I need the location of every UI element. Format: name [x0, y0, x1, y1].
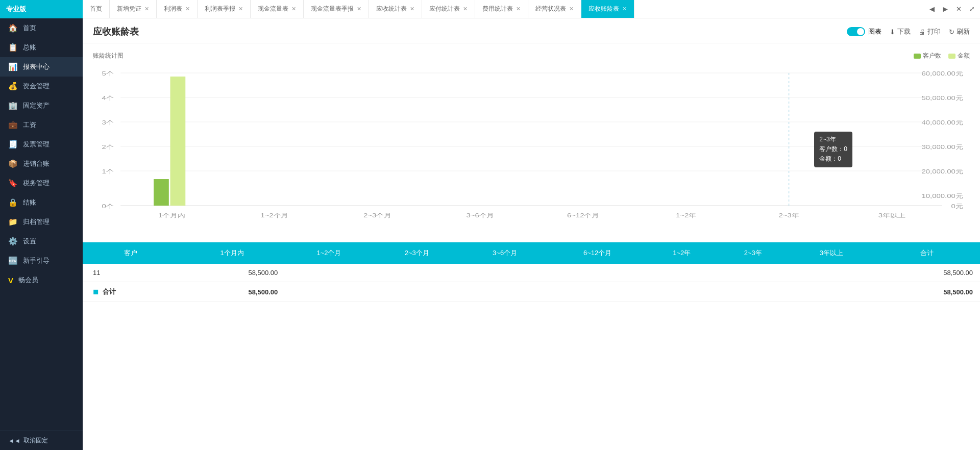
collapse-icon: ◄◄	[8, 437, 20, 444]
refresh-button[interactable]: ↻ 刷新	[949, 27, 970, 36]
chart-toggle[interactable]	[847, 27, 865, 36]
funds-icon: 💰	[8, 82, 18, 91]
tab-close-icon[interactable]: ✕	[569, 6, 574, 12]
tab-close-icon[interactable]: ✕	[410, 6, 414, 12]
sidebar-item-label: 进销台账	[23, 159, 50, 168]
sidebar-item-assets[interactable]: 🏢 固定资产	[0, 96, 83, 115]
legend-lightgreen-color	[948, 54, 955, 59]
sidebar-item-reports[interactable]: 📊 报表中心	[0, 57, 83, 77]
bar-month1-amount	[170, 77, 186, 206]
table-total-row: ◼ 合计 58,500.00 58,500.00	[83, 282, 980, 302]
collapse-label: 取消固定	[23, 436, 48, 445]
chart-toggle-wrap: 图表	[847, 27, 881, 36]
td-year12	[646, 264, 717, 282]
svg-text:1~2年: 1~2年	[676, 212, 696, 219]
th-month1: 1个月内	[179, 242, 285, 264]
tab-profit-quarterly[interactable]: 利润表季报 ✕	[198, 0, 251, 18]
tab-label: 利润表	[164, 5, 182, 13]
tab-receivable-stats[interactable]: 应收统计表 ✕	[369, 0, 422, 18]
tab-cashflow-quarterly[interactable]: 现金流量表季报 ✕	[304, 0, 369, 18]
td-year23	[717, 264, 788, 282]
guide-icon: 🆕	[8, 256, 18, 265]
chart-area: 账龄统计图 客户数 金额 5个 4个 3个 2个 1个	[83, 43, 980, 242]
tab-nav-buttons: ◀ ▶ ✕ ⤢	[924, 3, 980, 15]
tab-prev-button[interactable]: ◀	[926, 3, 938, 15]
sidebar-item-closing[interactable]: 🔒 结账	[0, 193, 83, 212]
sidebar-item-guide[interactable]: 🆕 新手引导	[0, 251, 83, 270]
sidebar-item-invoice[interactable]: 🧾 发票管理	[0, 135, 83, 154]
td-month23	[373, 264, 461, 282]
tab-close-icon[interactable]: ✕	[185, 6, 190, 12]
tab-close-icon[interactable]: ✕	[622, 6, 627, 12]
tab-close-icon[interactable]: ✕	[291, 6, 296, 12]
download-label: 下载	[897, 27, 911, 36]
tab-bar: 首页 新增凭证 ✕ 利润表 ✕ 利润表季报 ✕ 现金流量表 ✕ 现金流量表季报 …	[83, 0, 980, 18]
tab-close-icon[interactable]: ✕	[238, 6, 243, 12]
closing-icon: 🔒	[8, 198, 18, 207]
th-month12: 1~2个月	[285, 242, 373, 264]
sidebar-item-label: 畅会员	[18, 276, 38, 285]
th-month36: 3~6个月	[461, 242, 549, 264]
svg-text:2个: 2个	[102, 144, 114, 151]
tab-label: 费用统计表	[482, 5, 513, 13]
svg-text:2~3年: 2~3年	[779, 212, 799, 219]
sidebar-item-funds[interactable]: 💰 资金管理	[0, 77, 83, 96]
svg-text:3年以上: 3年以上	[878, 212, 905, 219]
tab-close-all-button[interactable]: ✕	[952, 3, 965, 15]
tab-close-icon[interactable]: ✕	[357, 6, 361, 12]
td-month1: 58,500.00	[179, 264, 285, 282]
chart-title: 账龄统计图	[93, 52, 970, 60]
tab-label: 应付统计表	[429, 5, 460, 13]
sidebar-item-home[interactable]: 🏠 首页	[0, 18, 83, 38]
td-total-month23	[373, 282, 461, 302]
tab-aging[interactable]: 应收账龄表 ✕	[581, 0, 634, 18]
sidebar-item-ledger[interactable]: 📋 总账	[0, 38, 83, 57]
th-month612: 6~12个月	[549, 242, 646, 264]
sidebar-item-salary[interactable]: 💼 工资	[0, 115, 83, 135]
tab-newvoucher[interactable]: 新增凭证 ✕	[110, 0, 157, 18]
tab-payable-stats[interactable]: 应付统计表 ✕	[422, 0, 475, 18]
svg-text:0元: 0元	[951, 203, 963, 210]
th-month23: 2~3个月	[373, 242, 461, 264]
th-year12: 1~2年	[646, 242, 717, 264]
td-total-year3plus	[789, 282, 874, 302]
sidebar-item-settings[interactable]: ⚙️ 设置	[0, 232, 83, 251]
sidebar-item-member[interactable]: V 畅会员	[0, 270, 83, 290]
tab-close-icon[interactable]: ✕	[144, 6, 149, 12]
sidebar-item-archive[interactable]: 📁 归档管理	[0, 212, 83, 232]
th-customer: 客户	[83, 242, 179, 264]
tab-home[interactable]: 首页	[83, 0, 110, 18]
tab-expand-button[interactable]: ⤢	[966, 3, 978, 15]
invoice-icon: 🧾	[8, 140, 18, 149]
td-total-month36	[461, 282, 549, 302]
refresh-icon: ↻	[949, 28, 954, 36]
tab-next-button[interactable]: ▶	[939, 3, 951, 15]
tab-label: 首页	[90, 5, 102, 13]
tab-cashflow[interactable]: 现金流量表 ✕	[251, 0, 304, 18]
legend-amount-label: 金额	[958, 52, 970, 60]
legend-amount: 金额	[948, 52, 970, 60]
sidebar-collapse-btn[interactable]: ◄◄ 取消固定	[0, 431, 83, 450]
main-area: 首页 新增凭证 ✕ 利润表 ✕ 利润表季报 ✕ 现金流量表 ✕ 现金流量表季报 …	[83, 0, 980, 450]
tab-expense-stats[interactable]: 费用统计表 ✕	[475, 0, 528, 18]
td-total-year23	[717, 282, 788, 302]
download-button[interactable]: ⬇ 下载	[890, 27, 911, 36]
table-row: 11 58,500.00 58,500.00	[83, 264, 980, 282]
tab-profit[interactable]: 利润表 ✕	[157, 0, 198, 18]
tab-close-icon[interactable]: ✕	[516, 6, 521, 12]
sidebar-item-label: 固定资产	[23, 101, 50, 110]
td-month612	[549, 264, 646, 282]
legend-green-color	[914, 54, 921, 59]
td-total-label: ◼ 合计	[83, 282, 179, 302]
tab-close-icon[interactable]: ✕	[463, 6, 468, 12]
tab-operations[interactable]: 经营状况表 ✕	[528, 0, 581, 18]
table-header-row: 客户 1个月内 1~2个月 2~3个月 3~6个月 6~12个月 1~2年 2~…	[83, 242, 980, 264]
svg-text:3~6个月: 3~6个月	[466, 212, 494, 219]
svg-text:2~3个月: 2~3个月	[363, 212, 391, 219]
td-year3plus	[789, 264, 874, 282]
print-button[interactable]: 🖨 打印	[919, 27, 941, 36]
sidebar-item-salesledger[interactable]: 📦 进销台账	[0, 154, 83, 173]
svg-text:40,000.00元: 40,000.00元	[922, 119, 963, 126]
table-section: 客户 1个月内 1~2个月 2~3个月 3~6个月 6~12个月 1~2年 2~…	[83, 242, 980, 450]
sidebar-item-tax[interactable]: 🔖 税务管理	[0, 173, 83, 193]
